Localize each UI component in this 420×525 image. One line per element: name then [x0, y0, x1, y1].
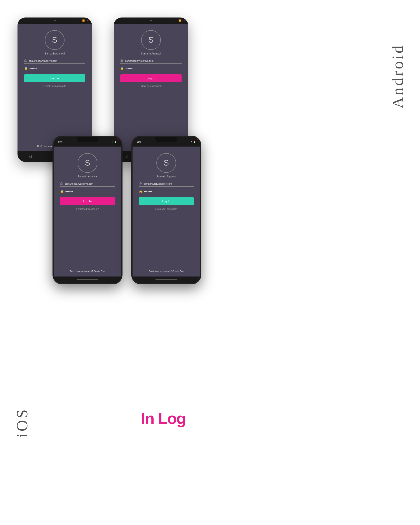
- ios-home-bar-2: [132, 276, 200, 283]
- ios-screen-2: S Samarth Agarwal @ samarthagarwal@live.…: [132, 147, 200, 276]
- forgot-password-link[interactable]: Forgot your password?: [44, 85, 66, 87]
- ios-email-value-2: samarthagarwal@live.com: [143, 182, 172, 185]
- ios-create-account-2[interactable]: Don't have an account? Create One: [149, 270, 184, 274]
- login-button-2[interactable]: Log In: [120, 74, 182, 82]
- ios-status-icons-1: ▲🔋: [112, 141, 117, 143]
- forgot-password-link-2[interactable]: Forgot your password?: [140, 85, 162, 87]
- password-input-row-2: 🔒 •••••••••: [120, 67, 182, 71]
- ios-time-2: 6:46: [137, 141, 141, 143]
- back-button[interactable]: ◁: [29, 154, 32, 159]
- email-input-row-2: @ samarthagarwal@live.com: [120, 59, 182, 64]
- ios-screen-1: S Samarth Agarwal @ samarthagarwal@live.…: [54, 147, 121, 276]
- ios-phone-2: 6:46 ▲🔋 AUG S Samarth Agarwal @ samartha…: [131, 136, 201, 284]
- ios-password-value-1: •••••••••: [65, 190, 73, 193]
- password-value: •••••••••: [29, 67, 37, 70]
- in-log-heading: In Log: [120, 410, 207, 427]
- status-time-2: 📶 1:18: [178, 19, 186, 22]
- android-label: Android: [389, 44, 407, 109]
- camera-dot-2: [150, 20, 152, 21]
- ios-login-button-2[interactable]: Log In: [139, 197, 194, 205]
- ios-create-account-1[interactable]: Don't have an account? Create One: [70, 270, 105, 274]
- ios-label: iOS: [13, 408, 31, 438]
- ios-avatar-letter-1: S: [85, 158, 90, 168]
- ios-status-icons-2: ▲🔋: [191, 141, 196, 143]
- android-status-bar: 📶 1:41 AUG: [18, 18, 92, 24]
- ios-password-row-1: 🔒 •••••••••: [60, 190, 115, 194]
- login-button[interactable]: Log In: [24, 74, 85, 82]
- avatar-letter-2: S: [148, 36, 154, 45]
- ios-avatar-letter-2: S: [164, 158, 169, 168]
- lock-icon-2: 🔒: [120, 67, 124, 70]
- notch: [76, 137, 98, 142]
- email-value: samarthagarwal@live.com: [29, 59, 57, 62]
- email-value-2: samarthagarwal@live.com: [125, 59, 154, 62]
- back-button-2[interactable]: ◁: [125, 154, 128, 159]
- ios-notif-badge-2: AUG: [195, 136, 199, 140]
- ios-user-name-1: Samarth Agarwal: [77, 175, 97, 178]
- ios-forgot-pw-1[interactable]: Forgot your password?: [76, 208, 99, 210]
- ios-home-bar-1: [54, 276, 121, 283]
- password-input-row: 🔒 •••••••••: [24, 67, 85, 71]
- ios-notif-badge-1: AUG: [117, 136, 121, 140]
- ios-email-row-2: @ samarthagarwal@live.com: [139, 182, 194, 187]
- avatar-circle: S: [45, 30, 65, 50]
- android-screen-2: S Samarth Agarwal @ samarthagarwal@live.…: [114, 24, 188, 151]
- ios-phone-1: 6:46 ▲🔋 AUG S Samarth Agarwal @ samartha…: [53, 136, 122, 284]
- android-status-bar-2: 📶 1:18 AUG: [114, 18, 188, 24]
- ios-lock-icon-2: 🔒: [139, 190, 142, 193]
- avatar-circle-2: S: [141, 30, 161, 50]
- power-button: [92, 44, 92, 53]
- ios-login-button-1[interactable]: Log In: [60, 197, 115, 205]
- email-input-row: @ samarthagarwal@live.com: [24, 59, 85, 64]
- email-icon-2: @: [120, 59, 123, 63]
- ios-lock-icon-1: 🔒: [60, 190, 64, 193]
- ios-status-bar-1: 6:46 ▲🔋 AUG: [54, 137, 121, 147]
- user-name: Samarth Agarwal: [45, 52, 65, 55]
- ios-time-1: 6:46: [58, 141, 63, 143]
- ios-forgot-pw-2[interactable]: Forgot your password?: [155, 208, 177, 210]
- ios-email-icon-2: @: [139, 182, 142, 186]
- camera-dot: [54, 20, 56, 21]
- ios-password-row-2: 🔒 •••••••••: [139, 190, 194, 194]
- ios-email-row-1: @ samarthagarwal@live.com: [60, 182, 115, 187]
- ios-email-icon-1: @: [60, 182, 63, 186]
- ios-password-value-2: •••••••••: [144, 190, 152, 193]
- ios-status-bar-2: 6:46 ▲🔋 AUG: [132, 137, 200, 147]
- ios-avatar-circle-2: S: [156, 153, 176, 173]
- home-indicator-1: [76, 279, 98, 280]
- user-name-2: Samarth Agarwal: [141, 52, 161, 55]
- status-time: 📶 1:41: [82, 19, 89, 22]
- ios-avatar-circle-1: S: [78, 153, 97, 173]
- ios-user-name-2: Samarth Agarwal: [156, 175, 176, 178]
- password-value-2: •••••••••: [126, 67, 133, 70]
- lock-icon: 🔒: [24, 67, 28, 70]
- home-indicator-2: [155, 279, 177, 280]
- avatar-letter: S: [52, 36, 57, 45]
- android-screen-1: S Samarth Agarwal @ samarthagarwal@live.…: [18, 24, 92, 151]
- power-button-2: [188, 44, 188, 53]
- notch-2: [155, 137, 177, 142]
- email-icon: @: [24, 59, 27, 63]
- ios-email-value-1: samarthagarwal@live.com: [65, 182, 93, 185]
